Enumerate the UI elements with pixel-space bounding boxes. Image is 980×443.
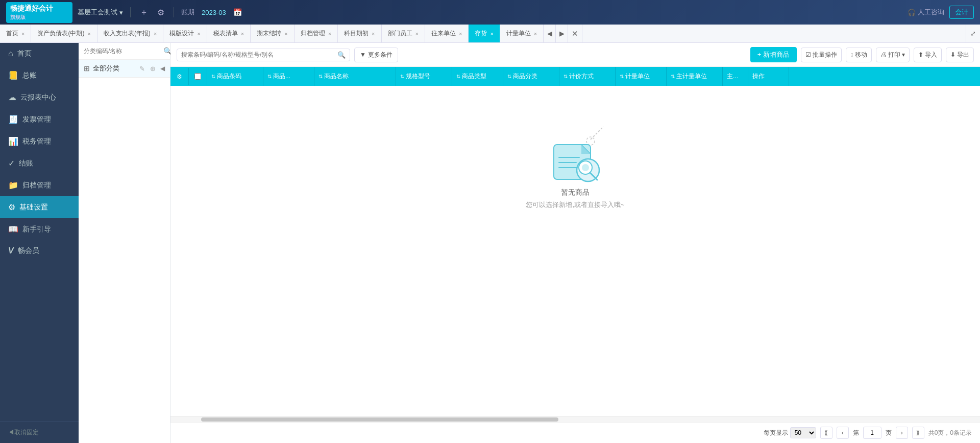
import-btn[interactable]: ⬆ 导入 xyxy=(914,48,942,62)
tab-income-annual[interactable]: 收入支出表(年报) × xyxy=(97,25,163,43)
sidebar-item-ledger[interactable]: 📒 总账 xyxy=(0,64,79,86)
sidebar-item-home[interactable]: ⌂ 首页 xyxy=(0,43,79,64)
consulting-btn[interactable]: 🎧 人工咨询 xyxy=(908,8,944,17)
tab-archive[interactable]: 归档管理 × xyxy=(295,25,338,43)
th-type-label: 商品类型 xyxy=(462,72,486,81)
category-search-bar: 🔍 xyxy=(79,43,170,60)
tab-inventory-close[interactable]: × xyxy=(490,31,493,37)
add-product-btn[interactable]: + 新增商品 xyxy=(750,47,797,62)
tab-template[interactable]: 模版设计 × xyxy=(163,25,207,43)
tab-dept-staff-close[interactable]: × xyxy=(415,31,419,37)
filter-btn[interactable]: ▼ 更多条件 xyxy=(354,48,398,62)
page-next-btn[interactable]: › xyxy=(896,427,908,439)
th-unit[interactable]: ⇅ 计量单位 xyxy=(616,67,667,86)
tab-homepage[interactable]: 首页 × xyxy=(0,25,31,43)
tab-contacts-close[interactable]: × xyxy=(459,31,462,37)
tab-measure-label: 计量单位 xyxy=(506,29,531,38)
sort-icon2: ⇅ xyxy=(267,74,272,79)
tab-tax-list[interactable]: 税表清单 × xyxy=(207,25,251,43)
tab-balance-mid[interactable]: 资产负债表(中期) × xyxy=(31,25,97,43)
settings-btn[interactable]: ⚙ xyxy=(155,6,166,19)
tax-icon: 📊 xyxy=(8,136,18,146)
th-code-label: 商品... xyxy=(273,72,290,81)
th-barcode[interactable]: ⇅ 商品条码 xyxy=(207,67,263,86)
page-size-label: 每页显示 xyxy=(764,429,788,437)
account-btn[interactable]: 会计 xyxy=(949,6,974,19)
th-spec[interactable]: ⇅ 规格型号 xyxy=(396,67,452,86)
sidebar-spacer xyxy=(0,262,79,422)
tab-period-carry-label: 期末结转 xyxy=(257,29,281,38)
tab-inventory[interactable]: 存货 × xyxy=(469,25,500,43)
tab-homepage-close[interactable]: × xyxy=(21,31,24,37)
th-name-label: 商品名称 xyxy=(324,72,349,81)
page-first-btn[interactable]: ⟪ xyxy=(820,427,832,439)
sidebar-item-invoice[interactable]: 🧾 发票管理 xyxy=(0,108,79,130)
select-all-checkbox[interactable] xyxy=(194,73,201,80)
import-label: 导入 xyxy=(925,51,937,59)
tab-period-carry-close[interactable]: × xyxy=(284,31,287,37)
category-collapse-btn[interactable]: ◀ xyxy=(160,65,165,72)
th-check[interactable] xyxy=(189,68,207,85)
batch-action-btn[interactable]: ☑ 批量操作 xyxy=(801,48,842,62)
tab-prev-btn[interactable]: ◀ xyxy=(544,25,556,43)
tab-template-close[interactable]: × xyxy=(197,31,200,37)
move-btn[interactable]: ↕ 移动 xyxy=(846,48,872,62)
tab-tax-list-close[interactable]: × xyxy=(241,31,244,37)
product-search-input[interactable] xyxy=(181,51,334,58)
tab-measure[interactable]: 计量单位 × xyxy=(500,25,544,43)
category-search-input[interactable] xyxy=(84,48,160,55)
sidebar-item-tax[interactable]: 📊 税务管理 xyxy=(0,130,79,152)
sort-icon5: ⇅ xyxy=(456,74,460,79)
tab-expand-btn[interactable]: ⤢ xyxy=(966,25,980,43)
category-add-icon[interactable]: ⊕ xyxy=(149,64,157,73)
tab-income-annual-label: 收入支出表(年报) xyxy=(104,29,151,38)
tab-dept-staff[interactable]: 部门员工 × xyxy=(382,25,425,43)
th-name[interactable]: ⇅ 商品名称 xyxy=(314,67,396,86)
category-all-item[interactable]: ⊞ 全部分类 ✎ ⊕ ◀ xyxy=(79,60,170,78)
page-prev-btn[interactable]: ‹ xyxy=(837,427,849,439)
sidebar-item-archive[interactable]: 📁 归档管理 xyxy=(0,174,79,196)
add-tab-btn[interactable]: ＋ xyxy=(138,5,150,20)
page-size-dropdown[interactable]: 50 100 200 xyxy=(790,427,816,438)
grid-icon: ⊞ xyxy=(84,64,90,73)
th-more[interactable]: 主... xyxy=(723,67,748,86)
filter-icon: ▼ xyxy=(360,51,366,58)
sidebar-item-settings[interactable]: ⚙ 基础设置 xyxy=(0,196,79,218)
sidebar-unpin-btn[interactable]: ◀取消固定 xyxy=(0,422,79,443)
th-price-method[interactable]: ⇅ 计价方式 xyxy=(559,67,616,86)
tab-subject-init-close[interactable]: × xyxy=(372,31,375,37)
sidebar-item-settle[interactable]: ✓ 结账 xyxy=(0,152,79,174)
tab-archive-close[interactable]: × xyxy=(328,31,331,37)
tab-close-all-btn[interactable]: ✕ xyxy=(568,25,582,43)
sidebar-item-ledger-label: 总账 xyxy=(22,71,37,80)
tab-next-btn[interactable]: ▶ xyxy=(556,25,568,43)
move-label: 移动 xyxy=(855,51,867,59)
sidebar-item-vip[interactable]: V 畅会员 xyxy=(0,240,79,262)
th-setting[interactable]: ⚙ xyxy=(170,68,189,85)
th-main-unit[interactable]: ⇅ 主计量单位 xyxy=(667,67,723,86)
sidebar-item-settings-label: 基础设置 xyxy=(19,203,48,212)
export-btn[interactable]: ⬇ 导出 xyxy=(946,48,974,62)
tab-period-carry[interactable]: 期末结转 × xyxy=(251,25,294,43)
header-separator2 xyxy=(174,7,174,17)
tab-measure-close[interactable]: × xyxy=(534,31,537,37)
tab-income-annual-close[interactable]: × xyxy=(154,31,157,37)
company-selector[interactable]: 基层工会测试 ▾ xyxy=(78,8,123,17)
tab-balance-mid-close[interactable]: × xyxy=(87,31,90,37)
page-number-input[interactable] xyxy=(863,427,881,439)
th-category[interactable]: ⇅ 商品分类 xyxy=(503,67,559,86)
th-type[interactable]: ⇅ 商品类型 xyxy=(452,67,503,86)
scroll-bar-thumb[interactable] xyxy=(201,417,558,422)
page-last-btn[interactable]: ⟫ xyxy=(912,427,924,439)
table-panel: 🔍 ▼ 更多条件 + 新增商品 ☑ 批量操作 ↕ 移动 xyxy=(170,43,980,443)
tab-contacts[interactable]: 往来单位 × xyxy=(425,25,469,43)
sidebar-item-guide[interactable]: 📖 新手引导 xyxy=(0,218,79,240)
product-search-icon[interactable]: 🔍 xyxy=(337,51,346,59)
tab-subject-init[interactable]: 科目期初 × xyxy=(338,25,381,43)
sort-icon3: ⇅ xyxy=(318,74,323,79)
sidebar-item-cloud[interactable]: ☁ 云报表中心 xyxy=(0,86,79,108)
category-edit-icon[interactable]: ✎ xyxy=(138,64,146,73)
print-btn[interactable]: 🖨 打印 ▾ xyxy=(876,48,910,62)
th-code[interactable]: ⇅ 商品... xyxy=(263,67,314,86)
calendar-icon[interactable]: 📅 xyxy=(231,6,244,18)
